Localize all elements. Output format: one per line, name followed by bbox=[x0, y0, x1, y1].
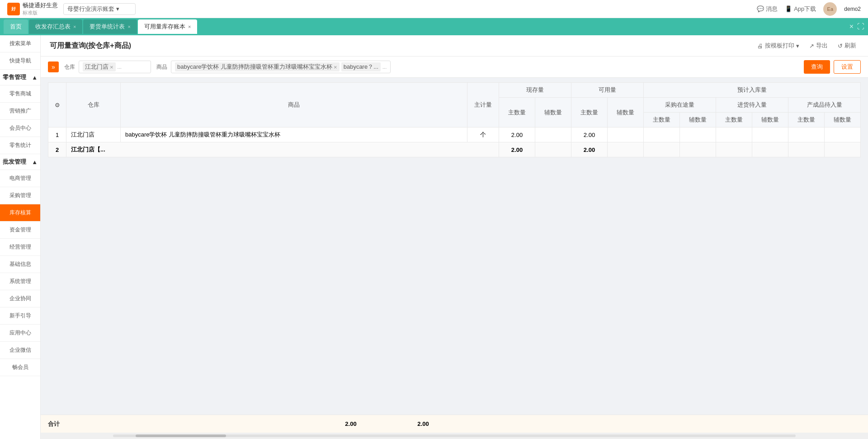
sidebar-item-pro-member[interactable]: 畅会员 bbox=[0, 359, 40, 376]
td-subtotal-stock-aux bbox=[535, 142, 571, 157]
username-label: demo2 bbox=[844, 6, 861, 12]
sidebar-item-marketing[interactable]: 营销推广 bbox=[0, 103, 40, 120]
td-subtotal-purchase-main bbox=[644, 142, 680, 157]
tab-order-stats-label: 要货单统计表 bbox=[90, 23, 125, 31]
tab-receive-summary-label: 收发存汇总表 bbox=[35, 23, 71, 31]
th-stock-main: 主数量 bbox=[499, 98, 535, 127]
tab-bar: 首页 收发存汇总表 × 要货单统计表 × 可用量库存账本 × × ⛶ bbox=[0, 18, 868, 35]
product-filter-group: 商品 babycare学饮杯 儿童防摔防撞吸管杯重力球吸嘴杯宝宝水杯 × bab… bbox=[156, 61, 391, 73]
tab-home-label: 首页 bbox=[10, 23, 22, 31]
td-stock-aux-1 bbox=[535, 127, 571, 142]
warehouse-tag: 江北门店 × bbox=[83, 62, 116, 71]
app-logo-icon: 好 bbox=[7, 3, 20, 15]
sidebar-item-retail-stats[interactable]: 零售统计 bbox=[0, 137, 40, 154]
warehouse-filter-group: 仓库 江北门店 × ... bbox=[64, 61, 151, 73]
sidebar-item-retail-mgmt[interactable]: 零售管理▲ bbox=[0, 70, 40, 85]
product-tag-1-close[interactable]: × bbox=[334, 64, 337, 71]
data-table: ⚙ 仓库 商品 主计量 现存量 可用量 预计入库量 主数量 辅数量 主数量 bbox=[48, 82, 861, 157]
td-subtotal-production-aux bbox=[825, 142, 861, 157]
tab-home[interactable]: 首页 bbox=[4, 19, 28, 34]
sidebar-item-member-center[interactable]: 会员中心 bbox=[0, 120, 40, 137]
sidebar-item-purchase-mgmt[interactable]: 采购管理 bbox=[0, 187, 40, 204]
print-icon: 🖨 bbox=[757, 42, 763, 49]
chevron-up-icon-2: ▲ bbox=[32, 159, 38, 165]
print-button[interactable]: 🖨 按模板打印 ▾ bbox=[755, 40, 802, 52]
td-warehouse-1: 江北门店 bbox=[66, 127, 121, 142]
sidebar-item-wholesale-mgmt[interactable]: 批发管理▲ bbox=[0, 154, 40, 170]
product-more-indicator[interactable]: ... bbox=[382, 64, 387, 70]
sidebar-item-quick-nav[interactable]: 快捷导航 bbox=[0, 52, 40, 70]
page-header: 可用量查询(按仓库+商品) 🖨 按模板打印 ▾ ↗ 导出 ↺ 刷新 bbox=[41, 35, 868, 57]
sidebar-item-ops-mgmt[interactable]: 经营管理 bbox=[0, 239, 40, 256]
logo-area: 好 畅捷通好生意 标准版 bbox=[7, 2, 58, 16]
th-stock-aux: 辅数量 bbox=[535, 98, 571, 127]
th-purchase-group: 采购在途量 bbox=[644, 98, 716, 113]
refresh-button[interactable]: ↺ 刷新 bbox=[835, 40, 859, 52]
td-subtotal-num: 2 bbox=[48, 142, 66, 157]
sidebar-item-enterprise-wechat[interactable]: 企业微信 bbox=[0, 342, 40, 359]
refresh-icon: ↺ bbox=[838, 42, 843, 49]
td-arrival-aux-1 bbox=[752, 127, 788, 142]
td-production-aux-1 bbox=[825, 127, 861, 142]
th-available-aux: 辅数量 bbox=[608, 98, 644, 127]
tab-order-stats-close[interactable]: × bbox=[127, 24, 130, 29]
tab-available-inventory-label: 可用量库存账本 bbox=[144, 23, 185, 31]
app-download-button[interactable]: 📱 App下载 bbox=[785, 5, 816, 13]
page-title: 可用量查询(按仓库+商品) bbox=[50, 41, 131, 51]
th-purchase-aux: 辅数量 bbox=[680, 113, 716, 127]
content-area: 可用量查询(按仓库+商品) 🖨 按模板打印 ▾ ↗ 导出 ↺ 刷新 » bbox=[41, 35, 868, 439]
tab-receive-summary-close[interactable]: × bbox=[73, 24, 76, 29]
tab-order-stats[interactable]: 要货单统计表 × bbox=[83, 19, 137, 34]
expand-filter-button[interactable]: » bbox=[48, 61, 59, 72]
warehouse-tag-close[interactable]: × bbox=[110, 64, 113, 71]
product-filter-label: 商品 bbox=[156, 63, 167, 71]
sidebar-item-basic-info[interactable]: 基础信息 bbox=[0, 256, 40, 273]
industry-select[interactable]: 母婴行业演示账套 ▾ bbox=[63, 3, 136, 15]
td-unit-1: 个 bbox=[467, 127, 499, 142]
top-bar-right: 💬 消息 📱 App下载 Ea demo2 bbox=[757, 2, 861, 16]
warehouse-more-indicator[interactable]: ... bbox=[118, 64, 122, 70]
sidebar-item-system-mgmt[interactable]: 系统管理 bbox=[0, 273, 40, 290]
th-production-group: 产成品待入量 bbox=[788, 98, 861, 113]
sidebar-item-search-menu[interactable]: 搜索菜单 bbox=[0, 35, 40, 52]
tab-receive-summary[interactable]: 收发存汇总表 × bbox=[29, 19, 82, 34]
tab-available-inventory[interactable]: 可用量库存账本 × bbox=[138, 19, 197, 34]
product-tag-2: babycare？... bbox=[341, 62, 381, 71]
th-product: 商品 bbox=[121, 83, 467, 127]
export-button[interactable]: ↗ 导出 bbox=[807, 40, 830, 52]
horizontal-scrollbar[interactable] bbox=[113, 434, 796, 437]
th-production-aux: 辅数量 bbox=[825, 113, 861, 127]
setting-button[interactable]: 设置 bbox=[834, 60, 861, 74]
th-unit: 主计量 bbox=[467, 83, 499, 127]
scrollbar-thumb[interactable] bbox=[136, 434, 226, 437]
sidebar-item-inventory-check[interactable]: 库存核算 bbox=[0, 204, 40, 222]
avatar[interactable]: Ea bbox=[823, 2, 837, 16]
total-values: 2.00 2.00 bbox=[120, 419, 477, 429]
sidebar-item-enterprise-collab[interactable]: 企业协同 bbox=[0, 290, 40, 307]
product-filter-input[interactable]: babycare学饮杯 儿童防摔防撞吸管杯重力球吸嘴杯宝宝水杯 × babyca… bbox=[171, 61, 391, 73]
sidebar-item-app-center[interactable]: 应用中心 bbox=[0, 325, 40, 342]
sidebar-item-ecommerce-mgmt[interactable]: 电商管理 bbox=[0, 170, 40, 187]
total-stock-aux bbox=[369, 419, 405, 429]
sidebar-item-new-guide[interactable]: 新手引导 bbox=[0, 307, 40, 325]
tab-available-inventory-close[interactable]: × bbox=[188, 24, 191, 29]
table-footer: 合计 2.00 2.00 bbox=[41, 415, 868, 433]
th-purchase-main: 主数量 bbox=[644, 113, 680, 127]
query-button[interactable]: 查询 bbox=[804, 60, 830, 74]
table-row: 1 江北门店 babycare学饮杯 儿童防摔防撞吸管杯重力球吸嘴杯宝宝水杯 个… bbox=[48, 127, 861, 142]
message-button[interactable]: 💬 消息 bbox=[757, 5, 778, 13]
table-header-row-1: ⚙ 仓库 商品 主计量 现存量 可用量 预计入库量 bbox=[48, 83, 861, 98]
gear-icon[interactable]: ⚙ bbox=[55, 102, 60, 109]
td-row-num-1: 1 bbox=[48, 127, 66, 142]
total-available-main: 2.00 bbox=[405, 419, 441, 429]
fullscreen-button[interactable]: ⛶ bbox=[857, 23, 864, 31]
th-production-main: 主数量 bbox=[788, 113, 825, 127]
th-arrival-main: 主数量 bbox=[716, 113, 752, 127]
warehouse-filter-input[interactable]: 江北门店 × ... bbox=[79, 61, 151, 73]
close-all-tabs-button[interactable]: × bbox=[849, 23, 854, 31]
header-actions: 🖨 按模板打印 ▾ ↗ 导出 ↺ 刷新 bbox=[755, 40, 859, 52]
sidebar-item-retail-store[interactable]: 零售商城 bbox=[0, 85, 40, 103]
total-stock-main: 2.00 bbox=[333, 419, 369, 429]
td-subtotal-stock-main: 2.00 bbox=[499, 142, 535, 157]
sidebar-item-finance-mgmt[interactable]: 资金管理 bbox=[0, 222, 40, 239]
